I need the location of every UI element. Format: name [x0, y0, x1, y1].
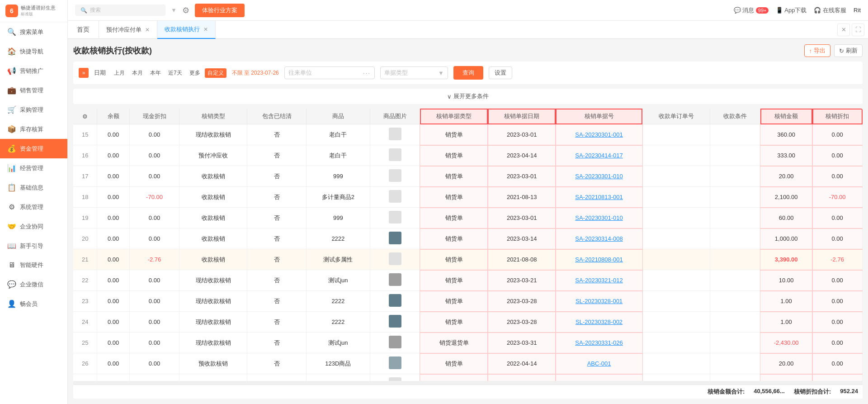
online-service-label: 在线客服: [823, 7, 846, 14]
th-gear[interactable]: ⚙: [73, 109, 97, 124]
query-button[interactable]: 查询: [453, 66, 483, 80]
cell-gear: 21: [73, 249, 97, 270]
cell-cancel_amount: 1.00: [760, 291, 812, 312]
table-scroll-area[interactable]: ⚙余额现金折扣核销类型包含已结清商品商品图片核销单据类型核销单据日期核销单据号收…: [73, 109, 863, 381]
cell-cancel_discount: 0.00: [812, 166, 863, 187]
sidebar-item-system[interactable]: ⚙ 系统管理: [0, 197, 67, 217]
cell-receipt_order_no: [642, 374, 710, 381]
table-gear-icon[interactable]: ⚙: [78, 113, 92, 120]
expand-more-button[interactable]: ∨ 展开更多条件: [73, 90, 863, 102]
cell-include_settled: 否: [247, 291, 306, 312]
sidebar-item-smart-hardware[interactable]: 🖥 智能硬件: [0, 256, 67, 275]
date-last-7-days[interactable]: 近7天: [165, 68, 185, 78]
cell-cancel_amount: -2,430.00: [760, 333, 812, 353]
cell-cancel_type: 收款核销: [179, 249, 247, 270]
tab-close-all-button[interactable]: ✕: [837, 24, 850, 36]
app-download-link[interactable]: 📱 App下载: [776, 6, 807, 14]
cell-balance: 0.00: [97, 249, 129, 270]
cell-cancel_bill_type: 销货单: [420, 124, 488, 145]
cell-cancel_no[interactable]: SA-20230314-008: [556, 228, 642, 249]
sidebar-item-search[interactable]: 🔍 搜索菜单: [0, 22, 67, 42]
cell-cancel_no[interactable]: SA-20230301-010: [556, 208, 642, 228]
table-row: 210.00-2.76收款核销否测试多属性销货单2021-08-08SA-202…: [73, 249, 863, 270]
finance-icon: 💰: [7, 144, 16, 153]
online-service-link[interactable]: 🎧 在线客服: [814, 6, 846, 14]
cell-receipt_order_no: [642, 187, 710, 208]
cell-cancel_no[interactable]: SA-20210813-001: [556, 187, 642, 208]
product-image: [389, 273, 401, 286]
tab-cancel-exec-close[interactable]: ✕: [203, 26, 208, 33]
cell-gear: 16: [73, 145, 97, 166]
date-range-display: 不限 至 2023-07-26: [232, 69, 279, 77]
product-image: [389, 211, 401, 223]
cell-cancel_no[interactable]: SA-20230321-012: [556, 270, 642, 291]
date-this-month[interactable]: 本月: [129, 68, 146, 78]
cell-receipt_condition: [710, 124, 760, 145]
sidebar-item-inventory[interactable]: 📦 库存核算: [0, 119, 67, 139]
tab-home[interactable]: 首页: [68, 21, 99, 39]
cell-include_settled: 否: [247, 312, 306, 333]
quick-nav-label: 快捷导航: [20, 48, 43, 56]
main-area: 🔍 搜索 ▼ ⚙ 体验行业方案 💬 消息 99+ 📱 App下载 🎧 在线客服 …: [68, 0, 868, 404]
tab-prepay[interactable]: 预付冲应付单 ✕: [99, 21, 157, 39]
logo-badge: 标准版: [21, 11, 56, 17]
inventory-label: 库存核算: [20, 125, 43, 133]
counterparty-field[interactable]: 往来单位 ···: [284, 67, 375, 79]
date-this-year[interactable]: 本年: [147, 68, 164, 78]
cell-cancel_no[interactable]: SL-20230328-001: [556, 291, 642, 312]
refresh-button[interactable]: ↻ 刷新: [834, 44, 863, 57]
cell-gear: 20: [73, 228, 97, 249]
product-image: [389, 356, 401, 369]
sidebar-item-purchase[interactable]: 🛒 采购管理: [0, 100, 67, 119]
sidebar-item-basic-info[interactable]: 📋 基础信息: [0, 178, 67, 197]
table-row: 220.000.00现结收款核销否测试jun销货单2023-03-21SA-20…: [73, 270, 863, 291]
search-bar[interactable]: 🔍 搜索: [75, 5, 165, 16]
wechat-label: 企业微信: [20, 280, 43, 289]
cell-cancel_no[interactable]: SA-20230414-017: [556, 145, 642, 166]
tab-prepay-close[interactable]: ✕: [145, 27, 150, 33]
sidebar-item-member[interactable]: 👤 畅会员: [0, 294, 67, 314]
cell-cancel_amount: 100.00: [760, 374, 812, 381]
sidebar-item-enterprise[interactable]: 🤝 企业协同: [0, 217, 67, 236]
date-more[interactable]: 更多: [187, 68, 203, 78]
export-button[interactable]: ↑ 导出: [804, 44, 831, 57]
filter-expand-button[interactable]: »: [79, 68, 89, 78]
cell-cancel_no[interactable]: SA-20230331-026: [556, 333, 642, 353]
cell-cancel_no[interactable]: ABC-001: [556, 353, 642, 374]
cell-cancel_no[interactable]: SA-20230301-001: [556, 124, 642, 145]
product-image: [389, 294, 401, 307]
cell-cancel_no[interactable]: SA-20210808-001: [556, 249, 642, 270]
page-header: 收款核销执行(按收款) ↑ 导出 ↻ 刷新: [73, 44, 863, 57]
cell-receipt_order_no: [642, 291, 710, 312]
th-cancel_type: 核销类型: [179, 109, 247, 124]
logo-name: 畅捷通谱好生意: [21, 5, 56, 11]
cell-cancel_date: 2023-03-28: [488, 312, 556, 333]
cell-cancel_bill_type: 销货单: [420, 353, 488, 374]
bill-type-select[interactable]: 单据类型 ▼: [380, 67, 448, 79]
sidebar-item-sales[interactable]: 💼 销售管理: [0, 81, 67, 100]
system-icon: ⚙: [7, 203, 16, 211]
cell-cancel_date: 2021-08-08: [488, 249, 556, 270]
product-image: [389, 336, 401, 348]
sidebar-item-quick-nav[interactable]: 🏠 快捷导航: [0, 42, 67, 61]
notification-icon[interactable]: 💬 消息 99+: [734, 6, 769, 14]
tab-maximize-button[interactable]: ⛶: [852, 24, 864, 36]
expand-conditions-bar: ∨ 展开更多条件: [73, 89, 863, 104]
date-last-month[interactable]: 上月: [111, 68, 127, 78]
tab-cancel-exec[interactable]: 收款核销执行 ✕: [157, 21, 216, 39]
date-custom[interactable]: 自定义: [205, 68, 226, 78]
cell-cancel_no[interactable]: SL-20230408-001: [556, 374, 642, 381]
cell-cancel_bill_type: 销货单: [420, 187, 488, 208]
sidebar-item-operations[interactable]: 📊 经营管理: [0, 158, 67, 178]
industry-solution-button[interactable]: 体验行业方案: [195, 4, 245, 17]
cell-cancel_no[interactable]: SL-20230328-002: [556, 312, 642, 333]
cell-cancel_no[interactable]: SA-20230301-010: [556, 166, 642, 187]
horizontal-scrollbar[interactable]: [73, 381, 863, 385]
sidebar-item-guide[interactable]: 📖 新手引导: [0, 236, 67, 256]
enterprise-icon: 🤝: [7, 222, 16, 231]
settings-gear-icon[interactable]: ⚙: [182, 5, 189, 15]
sidebar-item-finance[interactable]: 💰 资金管理: [0, 139, 67, 158]
sidebar-item-marketing[interactable]: 📢 营销推广: [0, 61, 67, 81]
sidebar-item-wechat[interactable]: 💬 企业微信: [0, 275, 67, 294]
filter-settings-button[interactable]: 设置: [489, 67, 512, 79]
